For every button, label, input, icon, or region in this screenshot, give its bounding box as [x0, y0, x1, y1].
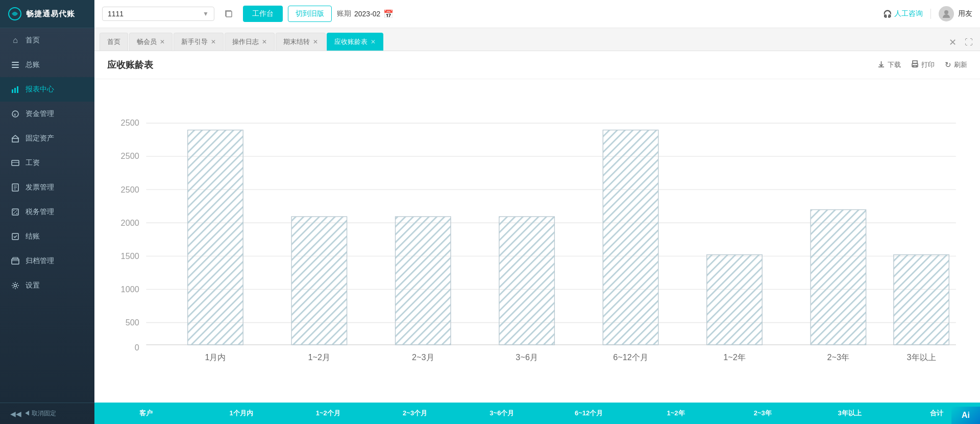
tab-period-end-label: 期末结转	[283, 37, 310, 46]
tab-oplog-close[interactable]: ✕	[262, 39, 267, 45]
sidebar-item-funds[interactable]: ¥ 资金管理	[0, 102, 94, 126]
svg-text:6~12个月: 6~12个月	[613, 352, 648, 362]
tab-home[interactable]: 首页	[100, 33, 128, 51]
print-button[interactable]: 打印	[911, 60, 935, 69]
sidebar-item-ledger[interactable]: 总账	[0, 53, 94, 77]
svg-rect-4	[12, 89, 13, 93]
tab-period-end-close[interactable]: ✕	[313, 39, 318, 45]
svg-rect-23	[226, 11, 232, 17]
sidebar-item-settings[interactable]: 设置	[0, 273, 94, 298]
tax-icon	[10, 207, 20, 217]
main-area: 1111 ▼ 工作台 切到旧版 账期 2023-02 📅 🎧 人工咨询	[94, 0, 980, 424]
header-divider	[930, 9, 931, 19]
logo-text: 畅捷通易代账	[26, 9, 75, 19]
avatar-icon	[942, 9, 951, 18]
user-name: 用友	[958, 9, 972, 18]
aging-chart: 2500 2500 2500 2000 1500 1000 500 0	[105, 84, 970, 397]
header-right: 🎧 人工咨询 用友	[883, 6, 972, 21]
sidebar-item-funds-label: 资金管理	[26, 109, 54, 119]
col-1month: 1个月内	[198, 409, 284, 418]
refresh-button[interactable]: ↻ 刷新	[945, 60, 967, 69]
home-icon: ⌂	[10, 35, 20, 45]
col-1-2month: 1~2个月	[285, 409, 372, 418]
sidebar-item-reports-label: 报表中心	[26, 85, 54, 94]
svg-text:1~2年: 1~2年	[723, 352, 746, 362]
svg-point-22	[14, 285, 17, 287]
headset-icon: 🎧	[883, 10, 892, 18]
svg-point-24	[944, 10, 948, 14]
sidebar-item-payroll[interactable]: 工资	[0, 151, 94, 175]
download-icon	[877, 60, 885, 69]
sidebar-item-archive[interactable]: 归档管理	[0, 249, 94, 273]
col-1-2year: 1~2年	[632, 409, 719, 418]
sidebar-item-assets-label: 固定资产	[26, 134, 54, 143]
col-2-3month: 2~3个月	[372, 409, 458, 418]
svg-text:1000: 1000	[121, 285, 139, 294]
svg-point-18	[16, 213, 17, 214]
col-3-6month: 3~6个月	[458, 409, 545, 418]
logo-icon	[8, 7, 22, 21]
refresh-label: 刷新	[954, 60, 967, 69]
tab-guide-close[interactable]: ✕	[211, 39, 216, 45]
copy-icon-btn[interactable]	[219, 5, 238, 23]
tab-guide[interactable]: 新手引导 ✕	[174, 33, 224, 51]
sidebar-item-tax[interactable]: 税务管理	[0, 200, 94, 224]
tab-aging[interactable]: 应收账龄表 ✕	[327, 33, 383, 51]
switch-version-button[interactable]: 切到旧版	[288, 6, 332, 22]
settlement-icon	[10, 231, 20, 242]
print-label: 打印	[921, 60, 935, 69]
sidebar-item-invoice[interactable]: 发票管理	[0, 175, 94, 200]
settings-icon	[10, 280, 20, 291]
sidebar-item-reports[interactable]: 报表中心	[0, 77, 94, 102]
sidebar-item-ledger-label: 总账	[26, 60, 40, 69]
svg-rect-20	[12, 259, 19, 264]
maximize-window-btn[interactable]: ⛶	[963, 36, 975, 49]
svg-rect-5	[14, 88, 16, 93]
svg-rect-28	[913, 65, 917, 67]
svg-rect-49	[499, 217, 554, 345]
svg-rect-52	[811, 209, 866, 344]
sidebar-item-home[interactable]: ⌂ 首页	[0, 28, 94, 53]
sidebar-item-tax-label: 税务管理	[26, 207, 54, 217]
sidebar-item-settings-label: 设置	[26, 281, 40, 290]
collapse-icon: ◀◀	[10, 410, 21, 418]
tab-oplog[interactable]: 操作日志 ✕	[225, 33, 275, 51]
sidebar-item-payroll-label: 工资	[26, 158, 40, 168]
page-title: 应收账龄表	[107, 59, 877, 71]
sidebar-item-settlement[interactable]: 结账	[0, 224, 94, 249]
ai-badge[interactable]: Ai	[951, 407, 980, 424]
svg-rect-48	[396, 217, 451, 345]
download-button[interactable]: 下载	[877, 60, 901, 69]
svg-point-17	[13, 210, 14, 211]
header-actions: 下载 打印 ↻ 刷新	[877, 60, 967, 69]
sidebar-logo: 畅捷通易代账	[0, 0, 94, 28]
ledger-icon	[10, 60, 20, 70]
svg-text:2~3年: 2~3年	[827, 352, 850, 362]
workbench-button[interactable]: 工作台	[243, 6, 283, 22]
svg-rect-9	[12, 138, 18, 142]
refresh-icon: ↻	[945, 60, 951, 69]
tab-member-close[interactable]: ✕	[160, 39, 165, 45]
svg-rect-51	[707, 255, 762, 345]
svg-rect-6	[17, 86, 18, 93]
svg-text:2500: 2500	[121, 151, 139, 160]
company-selector[interactable]: 1111 ▼	[102, 7, 214, 21]
sidebar: 畅捷通易代账 ⌂ 首页 总账 报表中心 ¥ 资金管理	[0, 0, 94, 424]
sidebar-nav: ⌂ 首页 总账 报表中心 ¥ 资金管理 固定资产	[0, 28, 94, 403]
user-info[interactable]: 用友	[939, 6, 972, 21]
print-icon	[911, 60, 919, 69]
calendar-icon[interactable]: 📅	[383, 9, 394, 19]
reports-icon	[10, 84, 20, 95]
svg-text:0: 0	[135, 343, 139, 352]
collapse-label: ◀ 取消固定	[24, 409, 56, 418]
tab-aging-close[interactable]: ✕	[371, 39, 376, 45]
tab-member[interactable]: 畅会员 ✕	[129, 33, 173, 51]
tab-period-end[interactable]: 期末结转 ✕	[276, 33, 326, 51]
close-window-btn[interactable]: ✕	[946, 36, 959, 49]
sidebar-item-assets[interactable]: 固定资产	[0, 126, 94, 151]
consult-button[interactable]: 🎧 人工咨询	[883, 9, 923, 18]
period-label-text: 账期	[337, 9, 351, 18]
chart-container: 2500 2500 2500 2000 1500 1000 500 0	[94, 79, 980, 403]
sidebar-collapse-btn[interactable]: ◀◀ ◀ 取消固定	[0, 403, 94, 424]
svg-rect-47	[291, 217, 347, 345]
